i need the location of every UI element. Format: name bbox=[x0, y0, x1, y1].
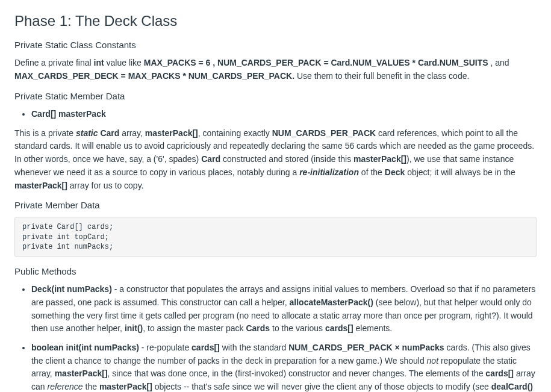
static-member-paragraph: This is a private static Card array, mas… bbox=[14, 127, 537, 192]
list-item: boolean init(int numPacks) - re-populate… bbox=[31, 341, 537, 392]
page-title: Phase 1: The Deck Class bbox=[14, 10, 537, 32]
section-heading-constants: Private Static Class Constants bbox=[14, 38, 537, 52]
list-item: Card[] masterPack bbox=[31, 108, 537, 121]
section-heading-member-data: Private Member Data bbox=[14, 198, 537, 212]
constants-paragraph: Define a private final int value like MA… bbox=[14, 57, 537, 82]
methods-list: Deck(int numPacks) - a constructor that … bbox=[14, 283, 537, 392]
list-item: Deck(int numPacks) - a constructor that … bbox=[31, 283, 537, 335]
section-heading-public-methods: Public Methods bbox=[14, 264, 537, 278]
section-heading-static-member: Private Static Member Data bbox=[14, 89, 537, 103]
code-block: private Card[] cards; private int topCar… bbox=[14, 217, 537, 257]
